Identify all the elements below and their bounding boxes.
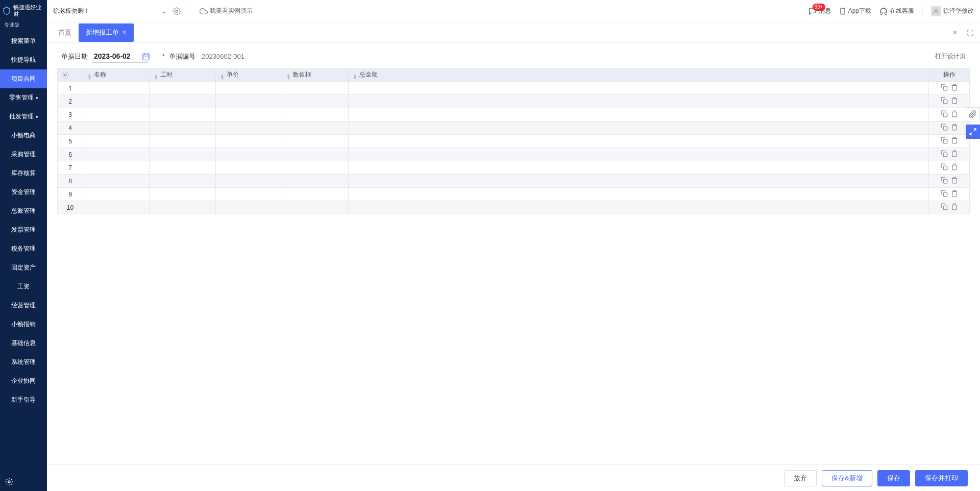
sidebar-item-14[interactable]: 经营管理 bbox=[0, 296, 47, 315]
cell-numbox[interactable] bbox=[282, 148, 349, 161]
save-new-button[interactable]: 保存&新增 bbox=[822, 470, 872, 486]
cell-price[interactable] bbox=[216, 121, 282, 135]
cell-price[interactable] bbox=[216, 161, 282, 175]
row-delete-icon[interactable] bbox=[949, 124, 960, 131]
cell-total[interactable] bbox=[349, 121, 929, 135]
cell-numbox[interactable] bbox=[282, 135, 349, 148]
table-settings-icon[interactable] bbox=[62, 71, 79, 79]
cell-total[interactable] bbox=[349, 95, 929, 108]
row-copy-icon[interactable] bbox=[939, 150, 949, 157]
cell-price[interactable] bbox=[216, 95, 282, 108]
row-copy-icon[interactable] bbox=[939, 163, 949, 170]
row-copy-icon[interactable] bbox=[939, 203, 949, 210]
sidebar-settings[interactable] bbox=[0, 473, 47, 491]
sort-icon[interactable]: ▲▼ bbox=[286, 73, 291, 80]
cell-price[interactable] bbox=[216, 82, 282, 95]
sidebar-item-16[interactable]: 基础信息 bbox=[0, 334, 47, 353]
date-input[interactable] bbox=[92, 50, 148, 63]
row-copy-icon[interactable] bbox=[939, 137, 949, 144]
sidebar-item-1[interactable]: 快捷导航 bbox=[0, 51, 47, 69]
cell-hours[interactable] bbox=[150, 95, 216, 108]
sidebar-item-7[interactable]: 库存核算 bbox=[0, 164, 47, 183]
cell-price[interactable] bbox=[216, 175, 282, 188]
cell-total[interactable] bbox=[349, 135, 929, 148]
cell-numbox[interactable] bbox=[282, 175, 349, 188]
design-link[interactable]: 打开设计页 bbox=[935, 52, 966, 61]
cell-numbox[interactable] bbox=[282, 188, 349, 201]
cell-name[interactable] bbox=[83, 135, 150, 148]
sidebar-item-18[interactable]: 企业协同 bbox=[0, 372, 47, 390]
row-copy-icon[interactable] bbox=[939, 177, 949, 184]
cell-hours[interactable] bbox=[150, 108, 216, 121]
cell-numbox[interactable] bbox=[282, 201, 349, 214]
sidebar-item-4[interactable]: 批发管理▾ bbox=[0, 107, 47, 126]
save-print-button[interactable]: 保存并打印 bbox=[915, 470, 968, 486]
doc-no-input[interactable] bbox=[200, 51, 271, 62]
row-delete-icon[interactable] bbox=[949, 163, 960, 170]
sidebar-item-19[interactable]: 新手引导 bbox=[0, 390, 47, 409]
cell-total[interactable] bbox=[349, 148, 929, 161]
cell-name[interactable] bbox=[83, 201, 150, 214]
row-copy-icon[interactable] bbox=[939, 124, 949, 131]
row-copy-icon[interactable] bbox=[939, 190, 949, 197]
cell-numbox[interactable] bbox=[282, 82, 349, 95]
cell-numbox[interactable] bbox=[282, 161, 349, 175]
row-delete-icon[interactable] bbox=[949, 203, 960, 210]
cell-name[interactable] bbox=[83, 161, 150, 175]
sidebar-item-15[interactable]: 小畅报销 bbox=[0, 315, 47, 334]
cell-hours[interactable] bbox=[150, 161, 216, 175]
cell-name[interactable] bbox=[83, 148, 150, 161]
sort-icon[interactable]: ▲▼ bbox=[87, 73, 92, 80]
sort-icon[interactable]: ▲▼ bbox=[353, 73, 357, 80]
sidebar-item-8[interactable]: 资金管理 bbox=[0, 183, 47, 202]
expand-button[interactable] bbox=[966, 125, 980, 139]
cell-numbox[interactable] bbox=[282, 121, 349, 135]
sidebar-item-9[interactable]: 总账管理 bbox=[0, 202, 47, 220]
cell-numbox[interactable] bbox=[282, 108, 349, 121]
row-copy-icon[interactable] bbox=[939, 97, 949, 104]
sort-icon[interactable]: ▲▼ bbox=[220, 73, 225, 80]
save-button[interactable]: 保存 bbox=[877, 470, 910, 486]
cell-name[interactable] bbox=[83, 95, 150, 108]
sidebar-item-11[interactable]: 税务管理 bbox=[0, 239, 47, 258]
cell-total[interactable] bbox=[349, 82, 929, 95]
cell-price[interactable] bbox=[216, 148, 282, 161]
row-copy-icon[interactable] bbox=[939, 110, 949, 117]
sidebar-item-3[interactable]: 零售管理▾ bbox=[0, 88, 47, 107]
sidebar-item-6[interactable]: 采购管理 bbox=[0, 145, 47, 164]
discard-button[interactable]: 放弃 bbox=[784, 470, 817, 486]
cell-hours[interactable] bbox=[150, 188, 216, 201]
sidebar-item-2[interactable]: 项目合同 bbox=[0, 69, 47, 88]
cell-hours[interactable] bbox=[150, 121, 216, 135]
cell-hours[interactable] bbox=[150, 175, 216, 188]
chevron-down-icon[interactable]: ⌄ bbox=[161, 8, 166, 15]
messages-button[interactable]: 99+ 消息 bbox=[808, 7, 831, 15]
cell-hours[interactable] bbox=[150, 148, 216, 161]
cell-name[interactable] bbox=[83, 108, 150, 121]
org-settings-icon[interactable] bbox=[173, 7, 181, 15]
tab-home[interactable]: 首页 bbox=[51, 23, 79, 42]
cell-hours[interactable] bbox=[150, 201, 216, 214]
attachment-button[interactable] bbox=[966, 107, 980, 121]
cell-total[interactable] bbox=[349, 175, 929, 188]
cell-price[interactable] bbox=[216, 188, 282, 201]
row-delete-icon[interactable] bbox=[949, 137, 960, 144]
row-delete-icon[interactable] bbox=[949, 177, 960, 184]
cell-name[interactable] bbox=[83, 82, 150, 95]
cell-name[interactable] bbox=[83, 121, 150, 135]
row-delete-icon[interactable] bbox=[949, 110, 960, 117]
cell-hours[interactable] bbox=[150, 82, 216, 95]
sidebar-item-13[interactable]: 工资 bbox=[0, 277, 47, 296]
calendar-icon[interactable] bbox=[142, 53, 150, 61]
row-delete-icon[interactable] bbox=[949, 150, 960, 157]
fullscreen-icon[interactable] bbox=[965, 27, 976, 38]
tab-current[interactable]: 新增报工单 ✕ bbox=[79, 23, 134, 42]
cell-price[interactable] bbox=[216, 108, 282, 121]
support-button[interactable]: 在线客服 bbox=[879, 7, 914, 15]
org-selector[interactable]: 徐老板勿删！ bbox=[53, 7, 155, 15]
sidebar-item-0[interactable]: 搜索菜单 bbox=[0, 32, 47, 51]
row-delete-icon[interactable] bbox=[949, 97, 960, 104]
sort-icon[interactable]: ▲▼ bbox=[154, 73, 158, 80]
cell-hours[interactable] bbox=[150, 135, 216, 148]
app-download-button[interactable]: App下载 bbox=[839, 7, 871, 15]
